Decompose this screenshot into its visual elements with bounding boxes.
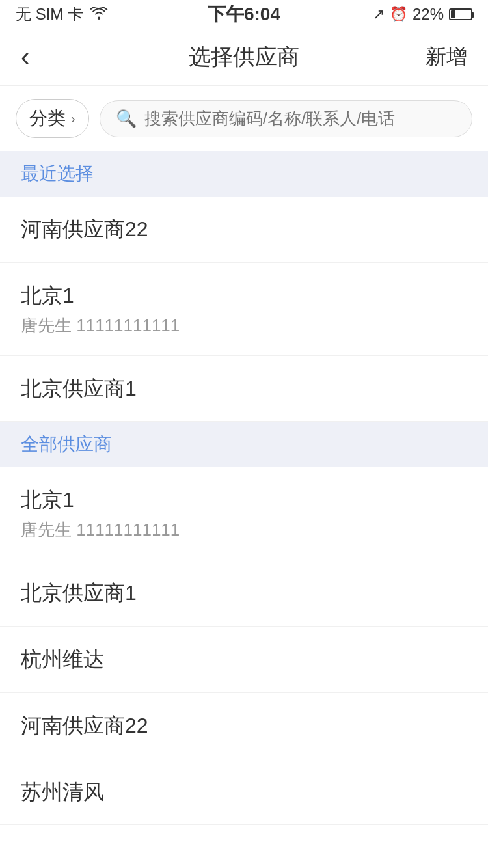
location-icon: ↗ xyxy=(373,6,385,23)
list-item[interactable]: 北京1唐先生 11111111111 xyxy=(0,263,488,356)
chevron-right-icon: › xyxy=(71,111,75,126)
search-input-wrap[interactable]: 🔍 xyxy=(100,100,472,137)
carrier-label: 无 SIM 卡 xyxy=(16,4,83,25)
item-sub: 唐先生 11111111111 xyxy=(21,519,467,541)
list-item[interactable]: 河南供应商22 xyxy=(0,197,488,263)
status-bar: 无 SIM 卡 下午6:04 ↗ ⏰ 22% xyxy=(0,0,488,29)
category-label: 分类 xyxy=(29,106,66,131)
list-item[interactable]: 苏州清风 xyxy=(0,759,488,826)
battery-label: 22% xyxy=(413,5,444,23)
list-item[interactable]: 河南供应商22 xyxy=(0,693,488,759)
item-name: 北京供应商1 xyxy=(21,374,467,403)
list-item[interactable]: 北京供应商1 xyxy=(0,356,488,422)
item-name: 杭州维达 xyxy=(21,645,467,674)
item-sub: 唐先生 11111111111 xyxy=(21,314,467,337)
category-button[interactable]: 分类 › xyxy=(16,99,89,138)
item-name: 北京1 xyxy=(21,281,467,310)
item-name: 河南供应商22 xyxy=(21,711,467,740)
back-button[interactable]: ‹ xyxy=(21,42,60,72)
recent-list: 河南供应商22北京1唐先生 11111111111北京供应商1 xyxy=(0,197,488,422)
add-button[interactable]: 新增 xyxy=(426,43,467,72)
list-item[interactable]: 杭州维达 xyxy=(0,627,488,693)
search-bar: 分类 › 🔍 xyxy=(0,86,488,151)
list-item[interactable]: 北京1唐先生 11111111111 xyxy=(0,467,488,560)
search-icon: 🔍 xyxy=(116,109,137,129)
battery-icon xyxy=(449,8,472,20)
list-item[interactable]: 北京供应商1 xyxy=(0,560,488,627)
status-time: 下午6:04 xyxy=(208,2,280,27)
status-left: 无 SIM 卡 xyxy=(16,4,108,25)
item-name: 北京供应商1 xyxy=(21,578,467,608)
alarm-icon: ⏰ xyxy=(390,6,407,23)
page-title: 选择供应商 xyxy=(189,42,299,72)
all-list: 北京1唐先生 11111111111北京供应商1杭州维达河南供应商22苏州清风 xyxy=(0,467,488,825)
all-section-header: 全部供应商 xyxy=(0,422,488,467)
item-name: 苏州清风 xyxy=(21,778,467,807)
nav-bar: ‹ 选择供应商 新增 xyxy=(0,29,488,86)
item-name: 河南供应商22 xyxy=(21,215,467,244)
wifi-icon xyxy=(90,5,108,23)
recent-section-header: 最近选择 xyxy=(0,151,488,197)
item-name: 北京1 xyxy=(21,485,467,515)
status-right: ↗ ⏰ 22% xyxy=(373,5,472,23)
search-input[interactable] xyxy=(144,109,456,129)
